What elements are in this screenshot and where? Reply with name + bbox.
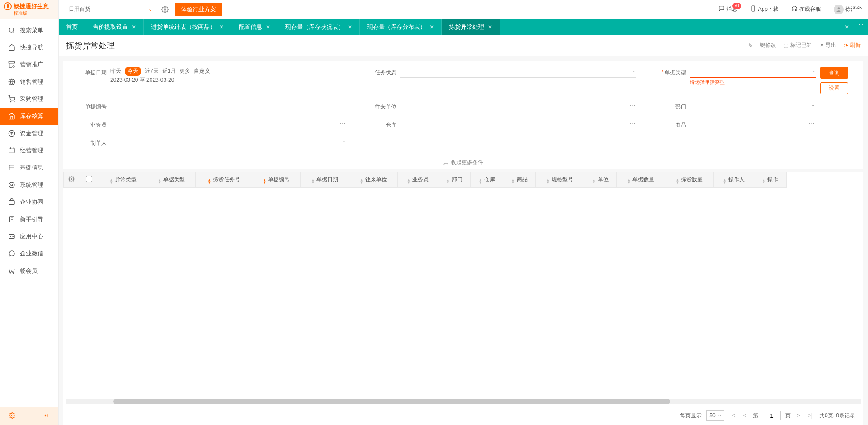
chevron-down-icon[interactable]: ⌄ — [632, 68, 636, 73]
more-icon[interactable]: ··· — [809, 120, 815, 127]
pager-next-icon[interactable]: > — [795, 412, 802, 419]
nav-item-operate[interactable]: 经营管理 — [0, 142, 58, 159]
header-messages[interactable]: 消息 70 — [718, 5, 737, 13]
input-partner[interactable] — [400, 101, 636, 112]
column-header-15[interactable]: ▲▼操作 — [754, 172, 787, 188]
action-batch-edit[interactable]: ✎ 一键修改 — [748, 42, 776, 49]
pager-last-icon[interactable]: >| — [807, 412, 815, 419]
column-header-0[interactable]: ▲▼异常类型 — [99, 172, 147, 188]
tab-close-icon[interactable]: ✕ — [266, 24, 270, 30]
header-download[interactable]: App下载 — [750, 5, 778, 13]
tab-close-icon[interactable]: ✕ — [429, 24, 434, 30]
input-creator[interactable] — [110, 137, 346, 148]
chevron-down-icon[interactable]: ⌄ — [811, 102, 815, 107]
date-quick-1[interactable]: 今天 — [125, 67, 141, 76]
nav-item-wecom[interactable]: 企业微信 — [0, 245, 58, 262]
date-quick-0[interactable]: 昨天 — [110, 67, 121, 75]
column-settings-header[interactable] — [64, 172, 79, 188]
action-refresh[interactable]: ⟳ 刷新 — [844, 42, 861, 49]
table-scroll[interactable]: ▲▼异常类型▲▼单据类型▲▼拣货任务号▲▼单据编号▲▼单据日期▲▼往来单位▲▼业… — [63, 172, 863, 397]
settings-button[interactable]: 设置 — [820, 82, 848, 94]
column-header-1[interactable]: ▲▼单据类型 — [147, 172, 196, 188]
tab-0[interactable]: 首页 — [59, 19, 85, 35]
try-plan-button[interactable]: 体验行业方案 — [175, 3, 222, 16]
header-user[interactable]: 徐泽华 — [834, 5, 862, 14]
column-header-6[interactable]: ▲▼业务员 — [397, 172, 438, 188]
scrollbar-thumb[interactable] — [113, 399, 670, 404]
nav-item-quick[interactable]: 快捷导航 — [0, 39, 58, 56]
more-icon[interactable]: ··· — [340, 120, 346, 127]
more-icon[interactable]: ··· — [630, 102, 636, 109]
category-dropdown[interactable]: 日用百货 ⌄ — [65, 3, 156, 16]
column-header-3[interactable]: ▲▼单据编号 — [252, 172, 301, 188]
collapse-filters[interactable]: ︽ 收起更多条件 — [74, 156, 853, 169]
column-header-4[interactable]: ▲▼单据日期 — [301, 172, 349, 188]
header-gear-icon[interactable] — [160, 5, 170, 14]
column-header-5[interactable]: ▲▼往来单位 — [349, 172, 397, 188]
action-mark-known[interactable]: ▢ 标记已知 — [783, 42, 812, 49]
input-warehouse[interactable] — [400, 119, 636, 130]
column-header-8[interactable]: ▲▼仓库 — [471, 172, 503, 188]
nav-item-guide[interactable]: 新手引导 — [0, 211, 58, 228]
nav-item-base[interactable]: 基础信息 — [0, 159, 58, 176]
action-export[interactable]: ↗ 导出 — [819, 42, 836, 49]
page-input[interactable] — [763, 411, 781, 420]
date-quick-3[interactable]: 近1月 — [162, 67, 176, 75]
nav-item-inventory[interactable]: 库存核算 — [0, 108, 58, 125]
column-header-12[interactable]: ▲▼单据数量 — [617, 172, 665, 188]
tab-4[interactable]: 现存量（库存状况表）✕ — [278, 19, 360, 35]
column-header-2[interactable]: ▲▼拣货任务号 — [196, 172, 252, 188]
nav-item-system[interactable]: 系统管理 — [0, 176, 58, 194]
date-quick-5[interactable]: 自定义 — [194, 67, 210, 75]
nav-item-search[interactable]: 搜索菜单 — [0, 22, 58, 39]
tab-close-icon[interactable]: ✕ — [132, 24, 136, 30]
input-goods[interactable] — [690, 119, 815, 130]
column-header-7[interactable]: ▲▼部门 — [438, 172, 471, 188]
input-task-status[interactable] — [400, 67, 636, 78]
tab-3[interactable]: 配置信息✕ — [231, 19, 278, 35]
nav-item-coop[interactable]: 企业协同 — [0, 194, 58, 211]
tab-label: 现存量（库存分布表） — [367, 23, 426, 31]
nav-item-funds[interactable]: 资金管理 — [0, 125, 58, 142]
tabs-close-all-icon[interactable]: ✕ — [840, 24, 854, 30]
messages-badge: 70 — [732, 3, 741, 9]
column-header-14[interactable]: ▲▼操作人 — [713, 172, 754, 188]
pager-first-icon[interactable]: |< — [729, 412, 737, 419]
pager-prev-icon[interactable]: < — [741, 412, 748, 419]
tab-close-icon[interactable]: ✕ — [348, 24, 352, 30]
chevron-down-icon[interactable]: ⌄ — [812, 68, 816, 73]
input-doc-type[interactable] — [690, 67, 816, 78]
sidebar-collapse-icon[interactable] — [43, 412, 49, 420]
fullscreen-icon[interactable]: ⛶ — [854, 24, 868, 30]
date-quick-2[interactable]: 近7天 — [145, 67, 159, 75]
more-icon[interactable]: ··· — [630, 120, 636, 127]
per-page-select[interactable]: 50 — [706, 410, 724, 421]
tab-5[interactable]: 现存量（库存分布表）✕ — [360, 19, 442, 35]
tab-close-icon[interactable]: ✕ — [219, 24, 224, 30]
main: 日用百货 ⌄ 体验行业方案 消息 70 App下载 在线客服 — [59, 0, 868, 425]
tab-1[interactable]: 售价提取设置✕ — [85, 19, 144, 35]
column-header-11[interactable]: ▲▼单位 — [584, 172, 617, 188]
nav-item-sales[interactable]: 销售管理 — [0, 73, 58, 90]
input-dept[interactable] — [690, 101, 815, 112]
column-header-10[interactable]: ▲▼规格型号 — [536, 172, 584, 188]
select-all-checkbox[interactable] — [86, 176, 92, 182]
chevron-down-icon[interactable]: ⌄ — [342, 138, 346, 143]
horizontal-scrollbar[interactable] — [66, 399, 861, 404]
column-header-9[interactable]: ▲▼商品 — [503, 172, 536, 188]
tab-6[interactable]: 拣货异常处理✕ — [442, 19, 500, 35]
sidebar-bottom — [0, 407, 58, 425]
sidebar-settings-icon[interactable] — [9, 412, 15, 420]
nav-item-purchase[interactable]: 采购管理 — [0, 90, 58, 108]
nav-item-marketing[interactable]: 营销推广 — [0, 56, 58, 73]
date-quick-4[interactable]: 更多 — [179, 67, 190, 75]
column-header-13[interactable]: ▲▼拣货数量 — [665, 172, 713, 188]
nav-item-member[interactable]: 畅会员 — [0, 262, 58, 279]
tab-close-icon[interactable]: ✕ — [488, 24, 492, 30]
header-service[interactable]: 在线客服 — [791, 5, 821, 13]
nav-item-apps[interactable]: 应用中心 — [0, 228, 58, 245]
search-button[interactable]: 查询 — [820, 67, 848, 79]
tab-2[interactable]: 进货单统计表（按商品）✕ — [144, 19, 231, 35]
input-doc-no[interactable] — [110, 101, 346, 112]
input-salesman[interactable] — [110, 119, 346, 130]
